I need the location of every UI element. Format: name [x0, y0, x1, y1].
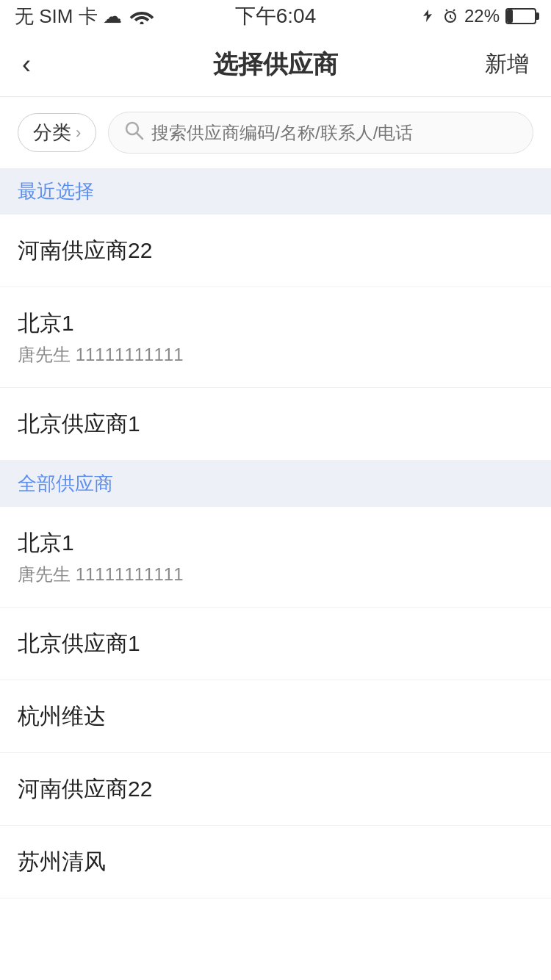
- status-time: 下午6:04: [235, 2, 317, 30]
- all-section-header: 全部供应商: [0, 461, 551, 507]
- svg-point-0: [140, 22, 143, 25]
- supplier-name: 河南供应商22: [18, 774, 533, 804]
- recent-section-header: 最近选择: [0, 168, 551, 215]
- back-button[interactable]: ‹: [22, 49, 66, 80]
- supplier-name: 北京供应商1: [18, 408, 533, 439]
- svg-line-7: [137, 133, 143, 139]
- supplier-name: 苏州清风: [18, 846, 533, 877]
- search-input[interactable]: [151, 123, 518, 143]
- list-item[interactable]: 河南供应商22: [0, 753, 551, 826]
- supplier-name: 北京1: [18, 527, 533, 558]
- status-right: 22%: [420, 6, 536, 26]
- recent-list: 河南供应商22北京1唐先生 11111111111北京供应商1: [0, 215, 551, 461]
- status-left: 无 SIM 卡 ☁: [15, 4, 154, 29]
- list-item[interactable]: 北京1唐先生 11111111111: [0, 507, 551, 608]
- supplier-contact: 唐先生 11111111111: [18, 563, 533, 586]
- wifi-icon: [129, 8, 154, 24]
- page-title: 选择供应商: [213, 48, 338, 82]
- supplier-name: 北京1: [18, 308, 533, 339]
- list-item[interactable]: 北京供应商1: [0, 608, 551, 680]
- list-item[interactable]: 北京1唐先生 11111111111: [0, 287, 551, 388]
- svg-line-3: [450, 18, 453, 19]
- status-bar: 无 SIM 卡 ☁ 下午6:04 22%: [0, 0, 551, 32]
- all-section-label: 全部供应商: [18, 472, 113, 494]
- sim-status: 无 SIM 卡 ☁: [15, 4, 122, 29]
- search-box: [108, 112, 533, 154]
- list-item[interactable]: 杭州维达: [0, 680, 551, 753]
- supplier-name: 杭州维达: [18, 701, 533, 732]
- battery-percent: 22%: [464, 6, 500, 26]
- add-button[interactable]: 新增: [485, 49, 529, 79]
- battery-icon: [505, 8, 536, 24]
- category-label: 分类: [33, 120, 71, 145]
- svg-line-5: [453, 10, 455, 11]
- search-icon: [123, 120, 144, 145]
- supplier-name: 河南供应商22: [18, 235, 533, 266]
- chevron-right-icon: ›: [76, 123, 81, 143]
- list-item[interactable]: 苏州清风: [0, 826, 551, 898]
- all-list: 北京1唐先生 11111111111北京供应商1杭州维达河南供应商22苏州清风: [0, 507, 551, 898]
- alarm-icon: [442, 8, 458, 24]
- svg-line-4: [446, 10, 447, 11]
- supplier-name: 北京供应商1: [18, 628, 533, 659]
- list-item[interactable]: 北京供应商1: [0, 388, 551, 461]
- nav-bar: ‹ 选择供应商 新增: [0, 32, 551, 97]
- recent-section-label: 最近选择: [18, 180, 94, 202]
- filter-bar: 分类 ›: [0, 97, 551, 168]
- list-item[interactable]: 河南供应商22: [0, 215, 551, 287]
- supplier-contact: 唐先生 11111111111: [18, 343, 533, 367]
- location-icon: [420, 8, 436, 24]
- category-filter[interactable]: 分类 ›: [18, 113, 96, 152]
